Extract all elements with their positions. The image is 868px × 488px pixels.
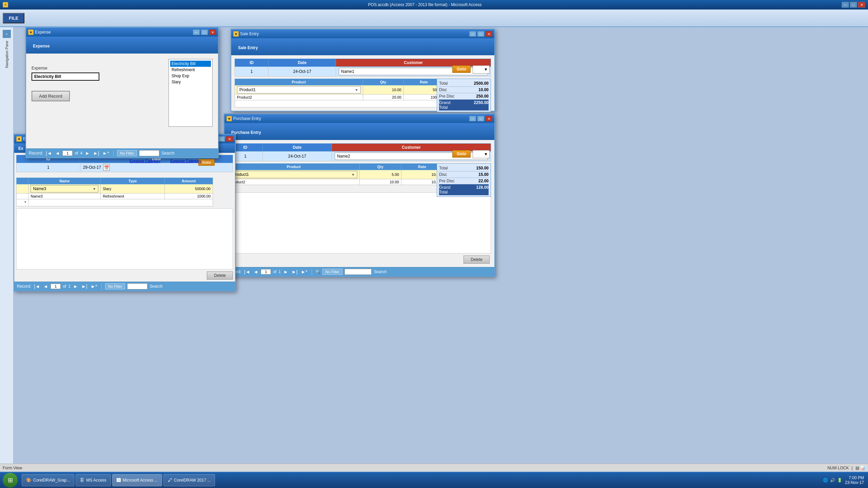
taskbar-items: 🎨 CorelDRAW_Grap... 🗄 MS Access 🅰 Micros… xyxy=(22,474,215,486)
expense-popup-nav-first[interactable]: |◄ xyxy=(45,150,53,156)
expense-listbox[interactable]: Electricity Bill Refreshment Shop Exp Sl… xyxy=(169,59,213,127)
expense-delete-btn[interactable]: Delete xyxy=(207,271,233,280)
expense-detail-section: Name Type Amount Name3 ▼ xyxy=(14,174,235,208)
expense-name0-combo[interactable]: Name3 ▼ xyxy=(31,185,98,192)
expense-category-link2[interactable]: Expense Category xyxy=(130,159,161,163)
expense-popup-maximize[interactable]: □ xyxy=(201,29,208,35)
calendar-icon[interactable]: 📅 xyxy=(103,164,110,171)
sale-close-btn[interactable]: ✕ xyxy=(486,31,492,37)
purchase-nav-bar: Record: |◄ ◄ of 1 ► ►| ►* 🔍 No Filter Se… xyxy=(224,267,494,276)
file-button[interactable]: FILE xyxy=(3,13,24,23)
sale-predisc-label: Pre Disc xyxy=(439,94,454,99)
expense-popup-no-filter[interactable]: No Filter xyxy=(117,150,137,156)
expense-type1: Refreshment xyxy=(101,194,165,199)
taskbar-left: ⊞ 🎨 CorelDRAW_Grap... 🗄 MS Access 🅰 Micr… xyxy=(0,473,218,488)
expense-category-link[interactable]: Expense Category xyxy=(171,159,201,163)
purchase-nav-of: of xyxy=(273,269,276,274)
purchase-nav-next[interactable]: ► xyxy=(283,269,289,274)
expense-popup-nav-new[interactable]: ►* xyxy=(102,150,110,156)
expense-no-filter-btn[interactable]: No Filter xyxy=(105,283,125,289)
purchase-minimize-btn[interactable]: ─ xyxy=(469,116,476,121)
sale-entry-icon: ■ xyxy=(233,31,239,37)
sale-qty0: 10.00 xyxy=(363,85,403,95)
sale-entry-window: ■ Sale Entry ─ □ ✕ Sale Entry ID Date Cu… xyxy=(231,29,495,111)
clock[interactable]: 7:00 PM 23-Nov-17 xyxy=(845,475,864,485)
purchase-nav-first[interactable]: |◄ xyxy=(243,269,251,274)
sale-disc-label: Disc xyxy=(439,87,447,92)
purchase-close-btn[interactable]: ✕ xyxy=(486,116,492,121)
taskbar-item-msaccess2[interactable]: 🅰 Microsoft Access ... xyxy=(112,474,162,486)
purchase-date-header: Date xyxy=(262,144,332,151)
expense-popup-nav-prev[interactable]: ◄ xyxy=(55,150,61,156)
expense-nav-current[interactable] xyxy=(51,284,61,289)
sale-minimize-btn[interactable]: ─ xyxy=(469,31,476,37)
expense-nav-next[interactable]: ► xyxy=(73,284,79,289)
sale-id-cell: 1 xyxy=(235,67,269,77)
purchase-nav-new[interactable]: ►* xyxy=(300,269,308,274)
sale-maximize-btn[interactable]: □ xyxy=(477,31,484,37)
purchase-delete-btn[interactable]: Delete xyxy=(463,256,490,264)
minimize-btn[interactable]: ─ xyxy=(842,2,849,8)
sale-goto-btn[interactable]: Goto xyxy=(452,65,471,73)
expense-list-item-1[interactable]: Refreshment xyxy=(170,67,211,73)
coreldraw2-icon: 🖍 xyxy=(168,478,172,483)
expense-list-item-3[interactable]: Slary xyxy=(170,79,211,85)
purchase-product0-combo[interactable]: Product1 ▼ xyxy=(230,171,357,178)
expense-list-item-0[interactable]: Electricity Bill xyxy=(170,61,211,67)
expense-popup-nav-last[interactable]: ►| xyxy=(93,150,100,156)
msaccess2-icon: 🅰 xyxy=(117,478,121,483)
sale-grandtotal-val: 2250.00 xyxy=(465,100,489,110)
maximize-btn[interactable]: □ xyxy=(850,2,857,8)
expense-popup-nav-current[interactable] xyxy=(62,150,73,156)
taskbar-item-coreldraw[interactable]: 🎨 CorelDRAW_Grap... xyxy=(22,474,74,486)
expense-nav-last[interactable]: ►| xyxy=(81,284,88,289)
purchase-goto-combo[interactable]: ▼ xyxy=(473,150,490,158)
add-record-btn[interactable]: Add Record xyxy=(32,91,70,101)
start-button[interactable]: ⊞ xyxy=(3,473,18,488)
expense-main-close[interactable]: ✕ xyxy=(226,136,233,142)
expense-nav-prev[interactable]: ◄ xyxy=(43,284,49,289)
expense-nav-first[interactable]: |◄ xyxy=(33,284,41,289)
purchase-nav-prev[interactable]: ◄ xyxy=(253,269,259,274)
expense-nav-label: Record: xyxy=(17,284,31,289)
expense-popup-search-label: Search xyxy=(161,151,174,156)
clock-date: 23-Nov-17 xyxy=(845,480,864,485)
tray-battery: 🔋 xyxy=(837,478,842,483)
taskbar-item-msaccess[interactable]: 🗄 MS Access xyxy=(76,474,111,486)
taskbar-item-coreldraw2[interactable]: 🖍 CorelDRAW 2017 ... xyxy=(163,474,215,486)
nav-divider xyxy=(312,269,312,275)
purchase-nav-last[interactable]: ►| xyxy=(291,269,298,274)
nav-toggle-btn[interactable]: » xyxy=(3,30,11,38)
purchase-customer-value: Name2 xyxy=(337,154,350,159)
close-btn[interactable]: ✕ xyxy=(858,2,865,8)
purchase-maximize-btn[interactable]: □ xyxy=(477,116,484,121)
sale-goto-combo[interactable]: ▼ xyxy=(473,65,490,74)
status-bar: Form View NUM LOCK | ▤ 📊 xyxy=(0,464,868,472)
expense-type-header: Type xyxy=(101,178,165,184)
purchase-no-filter-btn[interactable]: No Filter xyxy=(322,269,343,275)
purchase-search-input[interactable] xyxy=(344,269,372,275)
view-icons: ▤ 📊 xyxy=(855,466,865,470)
expense-list-item-2[interactable]: Shop Exp xyxy=(170,73,211,79)
sale-id-header: ID xyxy=(235,59,269,67)
nav-label: Navigation Pane xyxy=(5,41,9,68)
purchase-disc-val: 15.00 xyxy=(465,172,489,177)
expense-popup-minimize[interactable]: ─ xyxy=(193,29,200,35)
sale-entry-title: Sale Entry xyxy=(240,32,468,36)
expense-row-0: Name3 ▼ Slary 50000.00 xyxy=(17,184,213,194)
expense-popup-nav-next[interactable]: ► xyxy=(84,150,91,156)
expense-nav-new[interactable]: ►* xyxy=(90,284,98,289)
purchase-total-label: Total xyxy=(439,166,448,170)
purchase-nav-current[interactable] xyxy=(261,269,271,274)
sale-total-label: Total xyxy=(439,81,448,86)
expense-input[interactable] xyxy=(32,73,99,81)
expense-popup-close[interactable]: ✕ xyxy=(209,29,216,35)
msaccess-icon: 🗄 xyxy=(80,478,84,483)
purchase-goto-btn[interactable]: Goto xyxy=(452,150,471,158)
expense-input-row xyxy=(32,73,162,81)
expense-popup-search[interactable] xyxy=(139,150,159,156)
expense-popup-left: Expense Add Record xyxy=(32,59,162,143)
sale-product0-combo[interactable]: Product1 ▼ xyxy=(237,86,361,94)
expense-main-maximize[interactable]: □ xyxy=(218,136,225,142)
expense-search-input[interactable] xyxy=(127,283,147,289)
